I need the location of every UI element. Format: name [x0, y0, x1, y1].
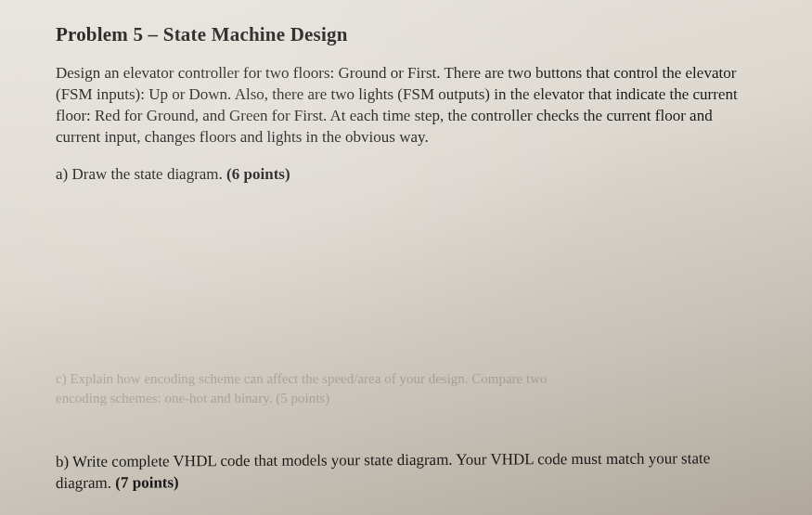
part-a-points: (6 points)	[226, 165, 290, 183]
ghost-line-2: encoding schemes: one-hot and binary. (5…	[56, 389, 761, 408]
problem-title: Problem 5 – State Machine Design	[56, 23, 761, 46]
part-a: a) Draw the state diagram. (6 points)	[56, 165, 761, 184]
problem-description: Design an elevator controller for two fl…	[56, 63, 761, 148]
bleed-through-text: c) Explain how encoding scheme can affec…	[56, 369, 761, 408]
part-a-text: a) Draw the state diagram.	[56, 165, 226, 183]
part-b-points: (7 points)	[115, 473, 179, 491]
ghost-line-1: c) Explain how encoding scheme can affec…	[56, 369, 761, 389]
part-b: b) Write complete VHDL code that models …	[56, 448, 761, 495]
